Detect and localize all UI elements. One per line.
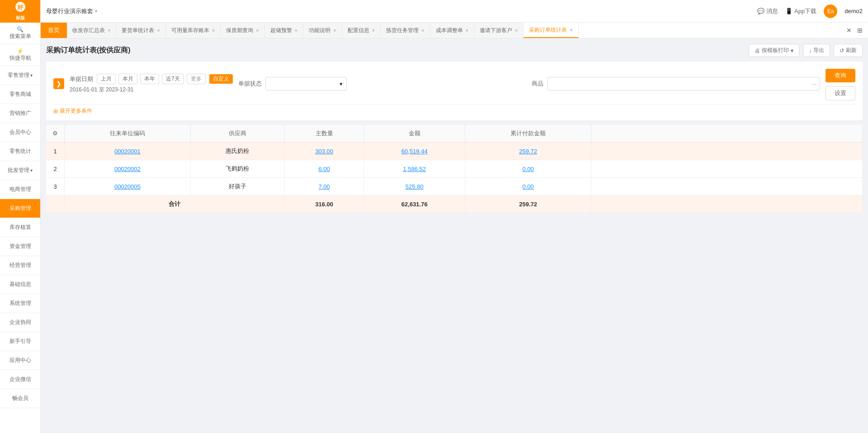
sidebar-item-wechat[interactable]: 企业微信 (0, 370, 40, 389)
table-row: 2 00020002 飞鹤奶粉 6.00 1,586.52 0.00 (46, 160, 863, 178)
sidebar-item-guide[interactable]: 新手引导 (0, 332, 40, 351)
sidebar-item-search[interactable]: 🔍 搜索菜单 (0, 23, 40, 44)
tab-close-10[interactable]: × (515, 28, 518, 33)
tab-item-11[interactable]: 采购订单统计表 × (524, 23, 578, 38)
tab-item-2[interactable]: 要货单统计表 × (116, 23, 165, 38)
sidebar-item-retail-stat[interactable]: 零售统计 (0, 142, 40, 161)
row2-code[interactable]: 00020002 (65, 160, 191, 178)
th-supplier: 供应商 (190, 125, 284, 143)
template-print-button[interactable]: 🖨 按模板打印 ▾ (749, 44, 799, 57)
footer-quantity: 316.00 (284, 195, 363, 213)
tab-close-5[interactable]: × (295, 28, 297, 33)
sidebar-item-vip[interactable]: 畅会员 (0, 389, 40, 408)
sidebar-item-purchase[interactable]: 采购管理 (0, 199, 40, 218)
sidebar-item-business[interactable]: 经营管理 (0, 256, 40, 275)
date-last-month-btn[interactable]: 上月 (97, 74, 116, 84)
tab-item-4[interactable]: 保质期查询 × (221, 23, 264, 38)
sidebar-item-system[interactable]: 系统管理 (0, 294, 40, 313)
sidebar-item-basic[interactable]: 基础信息 (0, 275, 40, 294)
query-button[interactable]: 查询 (826, 69, 855, 82)
tab-item-10[interactable]: 邀请下游客户 × (474, 23, 524, 38)
printer-icon: 🖨 (755, 48, 760, 54)
tab-close-1[interactable]: × (108, 28, 110, 33)
gear-icon[interactable]: ⚙ (52, 130, 59, 137)
status-filter-label: 单据状态 (238, 80, 262, 88)
sidebar-item-wholesale[interactable]: 批发管理 ▾ (0, 161, 40, 180)
tab-item-7[interactable]: 配置信息 × (342, 23, 381, 38)
tab-close-all-btn[interactable]: ✕ (844, 26, 854, 35)
row3-code[interactable]: 00020005 (65, 178, 191, 195)
date-this-year-btn[interactable]: 本年 (140, 74, 159, 84)
settings-button[interactable]: 设置 (826, 86, 855, 100)
date-more-btn[interactable]: 更多 (187, 74, 206, 84)
sidebar-item-inventory[interactable]: 库存核算 (0, 218, 40, 237)
page-title: 采购订单统计表(按供应商) (46, 46, 131, 55)
tab-item-8[interactable]: 拣货任务管理 × (381, 23, 430, 38)
row1-supplier: 惠氏奶粉 (190, 143, 284, 160)
sidebar-item-finance[interactable]: 资金管理 (0, 237, 40, 256)
date-filter-label: 单据日期 (70, 75, 93, 83)
tab-item-5[interactable]: 超储预警 × (265, 23, 303, 38)
row1-quantity[interactable]: 303.00 (284, 143, 363, 160)
sidebar-item-nav[interactable]: ⚡ 快捷导航 (0, 44, 40, 66)
tab-close-8[interactable]: × (421, 28, 424, 33)
tab-item-1[interactable]: 收发存汇总表 × (67, 23, 116, 38)
row3-amount[interactable]: 525.80 (364, 178, 465, 195)
sidebar-item-member[interactable]: 会员中心 (0, 123, 40, 142)
row2-quantity[interactable]: 6.00 (284, 160, 363, 178)
tab-close-9[interactable]: × (466, 28, 468, 33)
app-download-btn[interactable]: 📱 App下载 (785, 7, 816, 15)
sidebar-item-ecommerce[interactable]: 电商管理 (0, 180, 40, 199)
tab-close-3[interactable]: × (212, 28, 215, 33)
row1-paid[interactable]: 259.72 (465, 143, 591, 160)
row1-amount[interactable]: 60,519.44 (364, 143, 465, 160)
sidebar-item-retail-mall[interactable]: 零售商城 (0, 85, 40, 104)
message-btn[interactable]: 💬 消息 (757, 7, 778, 15)
table-row: 1 00020001 惠氏奶粉 303.00 60,519.44 259.72 (46, 143, 863, 160)
status-select[interactable]: ▾ (265, 77, 347, 90)
expand-icon: ⊞ (53, 108, 58, 114)
sidebar-item-app-center[interactable]: 应用中心 (0, 351, 40, 370)
date-7days-btn[interactable]: 近7天 (162, 74, 184, 84)
date-range-display: 2016-01-01 至 2023-12-31 (70, 86, 233, 94)
row3-quantity[interactable]: 7.00 (284, 178, 363, 195)
th-quantity: 主数量 (284, 125, 363, 143)
tab-home[interactable]: 首页 (41, 23, 67, 38)
filter-status-field: 单据状态 ▾ (238, 77, 527, 90)
custom-date-badge: 自定义 (209, 74, 233, 84)
top-bar: 母婴行业演示账套 ▾ 💬 消息 📱 App下载 Ea demo2 (41, 0, 868, 23)
sidebar-item-retail[interactable]: 零售管理 ▾ (0, 66, 40, 85)
date-this-month-btn[interactable]: 本月 (118, 74, 137, 84)
tab-close-7[interactable]: × (372, 28, 375, 33)
row2-index: 2 (46, 160, 65, 178)
user-name: demo2 (844, 8, 863, 14)
sidebar-item-collab[interactable]: 企业协同 (0, 313, 40, 332)
filter-toggle-btn[interactable]: ❯ (53, 78, 64, 89)
message-icon: 💬 (757, 8, 764, 14)
expand-filter-btn[interactable]: ⊞ 展开更多条件 (53, 107, 855, 115)
tab-item-6[interactable]: 功能说明 × (303, 23, 342, 38)
tab-expand-btn[interactable]: ⊞ (855, 26, 864, 35)
dropdown-arrow-icon: ▾ (791, 48, 793, 54)
goods-input[interactable]: ··· (547, 77, 820, 90)
tab-close-11[interactable]: × (570, 27, 572, 33)
footer-empty (46, 195, 65, 213)
footer-label: 合计 (65, 195, 285, 213)
tab-item-9[interactable]: 成本调整单 × (430, 23, 474, 38)
content-area: 采购订单统计表(按供应商) 🖨 按模板打印 ▾ ↓ 导出 ↺ 刷新 (41, 38, 868, 433)
sidebar-item-marketing[interactable]: 营销推广 (0, 104, 40, 123)
th-check: ⚙ (46, 125, 65, 143)
row1-code[interactable]: 00020001 (65, 143, 191, 160)
user-avatar[interactable]: Ea (824, 5, 837, 18)
row3-paid[interactable]: 0.00 (465, 178, 591, 195)
refresh-button[interactable]: ↺ 刷新 (834, 44, 863, 57)
row2-paid[interactable]: 0.00 (465, 160, 591, 178)
tab-close-4[interactable]: × (256, 28, 259, 33)
tab-item-3[interactable]: 可用量库存账本 × (166, 23, 221, 38)
data-table-wrapper: ⚙ 往来单位编码 供应商 主数量 金额 累计付款金额 1 00020001 (46, 125, 863, 213)
export-button[interactable]: ↓ 导出 (803, 44, 830, 57)
workspace-selector[interactable]: 母婴行业演示账套 ▾ (46, 7, 97, 15)
tab-close-2[interactable]: × (157, 28, 160, 33)
row2-amount[interactable]: 1,586.52 (364, 160, 465, 178)
tab-close-6[interactable]: × (333, 28, 336, 33)
